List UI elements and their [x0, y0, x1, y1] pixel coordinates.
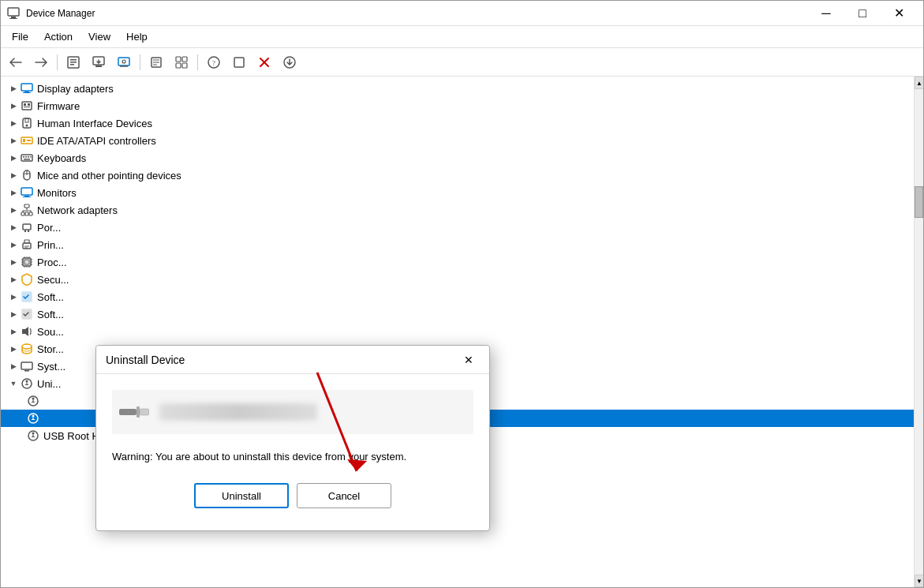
scroll-track[interactable]: [915, 89, 923, 575]
expand-icon-software-components: ▶: [7, 290, 20, 303]
svg-rect-74: [21, 362, 32, 369]
menu-action[interactable]: Action: [36, 28, 80, 46]
scroll-down-button[interactable]: ▼: [915, 575, 923, 587]
svg-point-81: [32, 415, 35, 418]
label-ports: Por...: [37, 222, 61, 234]
icon-mice: [20, 168, 34, 182]
tree-item-software-devices[interactable]: ▶ Soft...: [1, 305, 914, 323]
toolbar-scan-button[interactable]: [112, 51, 136, 73]
menu-bar: File Action View Help: [1, 26, 923, 48]
icon-network: [20, 203, 34, 217]
label-network: Network adapters: [37, 204, 118, 216]
svg-rect-34: [27, 140, 31, 141]
expand-icon-hid: ▶: [7, 117, 20, 129]
toolbar-properties-button[interactable]: [62, 51, 85, 73]
tree-item-processors[interactable]: ▶ Proc...: [1, 253, 914, 271]
minimize-button[interactable]: ─: [808, 1, 844, 26]
svg-rect-84: [119, 409, 137, 415]
menu-view[interactable]: View: [80, 28, 118, 46]
dialog-title: Uninstall Device: [106, 354, 458, 366]
tree-item-print[interactable]: ▶ Prin...: [1, 236, 914, 253]
icon-ide: [20, 133, 34, 148]
tree-item-monitors[interactable]: ▶ Monitors: [1, 184, 914, 201]
toolbar-new1-button[interactable]: [144, 51, 168, 73]
main-content: ▶ Display adapters ▶ Firmware ▶: [1, 77, 923, 587]
toolbar-separator-1: [57, 54, 58, 70]
label-mice: Mice and other pointing devices: [37, 170, 181, 182]
dialog-warning-text: Warning: You are about to uninstall this…: [112, 450, 473, 464]
expand-icon-display-adapters: ▶: [7, 82, 20, 95]
svg-rect-36: [23, 156, 24, 158]
icon-keyboards: [20, 151, 34, 165]
svg-rect-75: [24, 370, 29, 372]
tree-item-security[interactable]: ▶ Secu...: [1, 271, 914, 288]
expand-icon-ide: ▶: [7, 134, 20, 147]
toolbar-new2-button[interactable]: [170, 51, 193, 73]
svg-point-31: [26, 125, 28, 127]
icon-usb-device-1: [26, 394, 40, 408]
toolbar-separator-2: [140, 54, 140, 70]
tree-item-mice[interactable]: ▶ Mice and other pointing devices: [1, 167, 914, 184]
dialog-device-icon: [118, 396, 150, 428]
svg-rect-24: [23, 92, 31, 93]
toolbar-new3-button[interactable]: [227, 51, 251, 73]
icon-usb-root-hub: [26, 429, 40, 443]
svg-rect-72: [22, 329, 25, 334]
label-software-devices: Soft...: [37, 309, 64, 320]
scroll-up-button[interactable]: ▲: [915, 77, 923, 89]
svg-rect-6: [70, 64, 74, 66]
menu-file[interactable]: File: [4, 28, 36, 46]
svg-rect-1: [11, 17, 16, 18]
dialog-title-bar: Uninstall Device ✕: [96, 346, 489, 374]
toolbar-back-button[interactable]: [4, 51, 28, 73]
toolbar-help-button[interactable]: ?: [202, 51, 226, 73]
svg-rect-48: [21, 212, 24, 215]
expand-icon-firmware: ▶: [7, 99, 20, 112]
svg-rect-57: [24, 260, 29, 264]
tree-item-software-components[interactable]: ▶ Soft...: [1, 288, 914, 305]
label-storage: Stor...: [37, 343, 64, 355]
tree-item-firmware[interactable]: ▶ Firmware: [1, 97, 914, 114]
svg-rect-86: [140, 409, 149, 415]
expand-icon-keyboards: ▶: [7, 152, 20, 164]
svg-rect-40: [24, 159, 30, 160]
svg-point-83: [32, 433, 35, 435]
icon-software-components: [20, 290, 34, 304]
maximize-button[interactable]: □: [844, 1, 881, 26]
tree-item-network[interactable]: ▶ Network adapters: [1, 201, 914, 219]
svg-point-10: [122, 60, 125, 63]
svg-point-73: [22, 344, 32, 349]
dialog-close-button[interactable]: ✕: [458, 349, 480, 371]
uninstall-button[interactable]: Uninstall: [194, 483, 289, 508]
expand-icon-mice: ▶: [7, 169, 20, 182]
tree-item-display-adapters[interactable]: ▶ Display adapters: [1, 80, 914, 97]
expand-icon-security: ▶: [7, 273, 20, 286]
expand-icon-network: ▶: [7, 204, 20, 216]
menu-help[interactable]: Help: [118, 28, 155, 46]
tree-item-keyboards[interactable]: ▶ Keyboards: [1, 149, 914, 167]
dialog-body: Warning: You are about to uninstall this…: [96, 374, 489, 530]
label-hid: Human Interface Devices: [37, 118, 152, 129]
expand-icon-ports: ▶: [7, 221, 20, 234]
label-ide: IDE ATA/ATAPI controllers: [37, 135, 156, 147]
icon-ports: [20, 220, 34, 234]
svg-rect-35: [21, 155, 32, 161]
toolbar-update-button[interactable]: [87, 51, 110, 73]
tree-item-sound[interactable]: ▶ Sou...: [1, 323, 914, 340]
toolbar-remove-button[interactable]: [253, 51, 276, 73]
tree-item-ports[interactable]: ▶ Por...: [1, 219, 914, 236]
toolbar-install-button[interactable]: [278, 51, 301, 73]
label-print: Prin...: [37, 239, 64, 251]
scrollbar[interactable]: ▲ ▼: [914, 77, 923, 587]
tree-item-ide[interactable]: ▶ IDE ATA/ATAPI controllers: [1, 132, 914, 149]
label-firmware: Firmware: [37, 100, 80, 112]
svg-rect-8: [95, 66, 102, 67]
scroll-thumb[interactable]: [915, 186, 923, 218]
app-icon: [7, 7, 20, 20]
expand-icon-software-devices: ▶: [7, 308, 20, 320]
toolbar-forward-button[interactable]: [29, 51, 53, 73]
tree-item-hid[interactable]: ▶ Human Interface Devices: [1, 114, 914, 132]
svg-rect-5: [70, 62, 77, 63]
cancel-button[interactable]: Cancel: [297, 483, 391, 508]
close-button[interactable]: ✕: [881, 1, 917, 26]
